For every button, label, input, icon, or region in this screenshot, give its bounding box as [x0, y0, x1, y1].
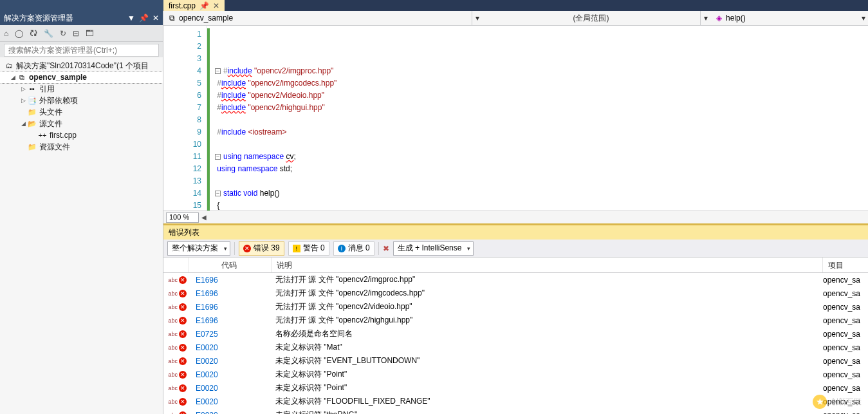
- back-icon[interactable]: ◯: [15, 29, 23, 38]
- error-code-link[interactable]: E0020: [196, 357, 218, 366]
- folder-icon: 📁: [27, 107, 37, 117]
- tab-label: first.cpp: [169, 1, 196, 10]
- breadcrumb-scope[interactable]: (全局范围): [482, 11, 701, 25]
- info-icon: i: [338, 245, 346, 252]
- error-project: opencv_sa: [823, 343, 868, 352]
- tree-project[interactable]: opencv_sample: [29, 73, 87, 82]
- tree-node-sources[interactable]: 源文件: [39, 118, 62, 129]
- dropdown-icon[interactable]: ▾: [472, 11, 482, 25]
- error-project: opencv_sa: [823, 289, 868, 298]
- dropdown-icon[interactable]: ▾: [701, 11, 710, 25]
- error-icon: ✕: [179, 398, 187, 406]
- properties-icon[interactable]: 🗔: [86, 29, 93, 38]
- pin-icon[interactable]: 📌: [199, 1, 209, 10]
- expander-icon[interactable]: ◢: [19, 120, 27, 127]
- error-list-title: 错误列表: [163, 225, 868, 240]
- error-code-link[interactable]: E0020: [196, 384, 218, 393]
- error-code-link[interactable]: E0020: [196, 343, 218, 352]
- error-code-link[interactable]: E1696: [196, 276, 218, 285]
- error-row[interactable]: abc✕E0020未定义标识符 "Mat"opencv_sa: [163, 341, 868, 354]
- home-icon[interactable]: ⌂: [4, 29, 8, 38]
- tree-node-resources[interactable]: 资源文件: [39, 142, 70, 153]
- column-proj[interactable]: 项目: [823, 258, 868, 272]
- build-source-dropdown[interactable]: 生成 + IntelliSense: [393, 241, 474, 256]
- folder-icon: 📁: [27, 142, 37, 152]
- abc-icon: abc: [168, 372, 178, 378]
- error-row[interactable]: abc✕E0020未定义标识符 "FLOODFILL_FIXED_RANGE"o…: [163, 395, 868, 408]
- messages-filter-button[interactable]: i消息 0: [333, 241, 374, 256]
- error-row[interactable]: abc✕E1696无法打开 源 文件 "opencv2/videoio.hpp"…: [163, 300, 868, 314]
- project-icon: ⧉: [17, 72, 27, 82]
- error-project: opencv_sa: [823, 276, 868, 285]
- error-row[interactable]: abc✕E0020未定义标识符 "EVENT_LBUTTONDOWN"openc…: [163, 354, 868, 368]
- error-project: opencv_sa: [823, 370, 868, 379]
- error-row[interactable]: abc✕E0725名称必须是命名空间名opencv_sa: [163, 327, 868, 341]
- error-row[interactable]: abc✕E1696无法打开 源 文件 "opencv2/imgproc.hpp"…: [163, 273, 868, 287]
- error-row[interactable]: abc✕E0020未定义标识符 "Point"opencv_sa: [163, 368, 868, 381]
- collapse-icon[interactable]: ⊟: [73, 29, 79, 38]
- error-icon: ✕: [179, 303, 187, 311]
- error-icon: ✕: [243, 245, 251, 252]
- code-editor[interactable]: 123456789101112131415 −#include "opencv2…: [163, 26, 868, 211]
- tree-node-references[interactable]: 引用: [39, 84, 55, 95]
- column-code[interactable]: 代码: [189, 258, 272, 272]
- error-icon: ✕: [179, 276, 187, 284]
- wrench-icon[interactable]: 🔧: [44, 29, 53, 38]
- error-code-link[interactable]: E0020: [196, 397, 218, 406]
- abc-icon: abc: [168, 358, 178, 364]
- abc-icon: abc: [168, 399, 178, 405]
- tree-node-first-cpp[interactable]: first.cpp: [50, 131, 77, 140]
- error-scope-dropdown[interactable]: 整个解决方案: [167, 241, 230, 256]
- solution-tree[interactable]: 🗂解决方案"Sln20170314Code"(1 个项目 ◢⧉opencv_sa…: [0, 57, 163, 414]
- error-project: opencv_sa: [823, 397, 868, 406]
- tree-node-external[interactable]: 外部依赖项: [39, 95, 78, 106]
- abc-icon: abc: [168, 317, 178, 324]
- dropdown-icon[interactable]: ▼: [127, 14, 135, 23]
- pin-icon[interactable]: 📌: [139, 14, 149, 23]
- error-code-link[interactable]: E0725: [196, 330, 218, 339]
- solution-explorer-title: 解决方案资源管理器 ▼ 📌 ✕: [0, 11, 163, 25]
- error-code-link[interactable]: E0020: [196, 370, 218, 379]
- error-row[interactable]: abc✕E1696无法打开 源 文件 "opencv2/highgui.hpp"…: [163, 314, 868, 327]
- close-icon[interactable]: ✕: [213, 1, 219, 10]
- expander-icon[interactable]: ▷: [19, 86, 27, 92]
- zoom-selector[interactable]: 100 %: [166, 212, 199, 223]
- error-description: 未定义标识符 "Point": [272, 382, 823, 393]
- errors-filter-button[interactable]: ✕错误 39: [239, 241, 284, 256]
- error-description: 未定义标识符 "FLOODFILL_FIXED_RANGE": [272, 396, 823, 407]
- error-row[interactable]: abc✕E1696无法打开 源 文件 "opencv2/imgcodecs.hp…: [163, 287, 868, 300]
- function-icon: ◈: [714, 14, 723, 23]
- tab-first-cpp[interactable]: first.cpp 📌 ✕: [163, 0, 225, 11]
- solution-explorer-panel: 解决方案资源管理器 ▼ 📌 ✕ ⌂ ◯ 🗘 🔧 ↻ ⊟ 🗔 🗂解决方案"Sln2…: [0, 11, 163, 414]
- abc-icon: abc: [168, 290, 178, 297]
- line-gutter: 123456789101112131415: [163, 26, 207, 211]
- error-code-link[interactable]: E0020: [196, 411, 218, 415]
- clear-icon[interactable]: ✖: [383, 244, 389, 253]
- abc-icon: abc: [168, 331, 178, 337]
- error-code-link[interactable]: E1696: [196, 289, 218, 298]
- close-icon[interactable]: ✕: [152, 14, 159, 23]
- tree-node-headers[interactable]: 头文件: [39, 107, 62, 118]
- error-project: opencv_sa: [823, 330, 868, 339]
- error-code-link[interactable]: E1696: [196, 303, 218, 312]
- error-code-link[interactable]: E1696: [196, 316, 218, 325]
- column-desc[interactable]: 说明: [272, 258, 823, 272]
- cpp-file-icon: ++: [37, 130, 48, 140]
- breadcrumb-function[interactable]: ◈help(): [710, 11, 858, 25]
- error-row[interactable]: abc✕E0020未定义标识符 "theRNG"opencv_sa: [163, 408, 868, 414]
- dropdown-icon[interactable]: ▾: [858, 11, 868, 25]
- breadcrumb-project[interactable]: ⧉opencv_sample: [163, 11, 472, 25]
- refresh-icon[interactable]: ↻: [60, 29, 66, 38]
- error-project: opencv_sa: [823, 357, 868, 366]
- error-icon: ✕: [179, 411, 187, 415]
- error-description: 未定义标识符 "EVENT_LBUTTONDOWN": [272, 355, 823, 366]
- expander-icon[interactable]: ▷: [19, 97, 27, 104]
- error-description: 无法打开 源 文件 "opencv2/videoio.hpp": [272, 301, 823, 312]
- chevron-left-icon[interactable]: ◀: [201, 214, 207, 221]
- project-icon: ⧉: [167, 14, 176, 23]
- sync-icon[interactable]: 🗘: [30, 29, 37, 38]
- expander-icon[interactable]: ◢: [9, 74, 17, 80]
- search-input[interactable]: [4, 44, 159, 57]
- error-row[interactable]: abc✕E0020未定义标识符 "Point"opencv_sa: [163, 381, 868, 395]
- warnings-filter-button[interactable]: !警告 0: [288, 241, 329, 256]
